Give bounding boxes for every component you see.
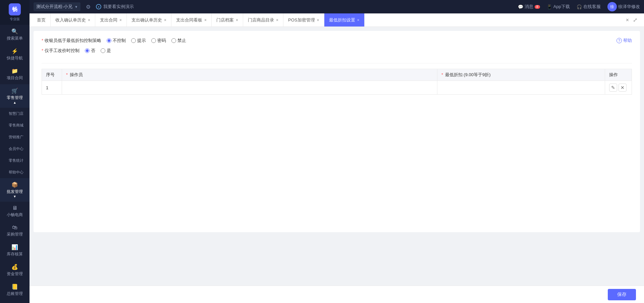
tab-close-icon[interactable]: × [164, 18, 166, 22]
tab-income-confirm[interactable]: 收入确认单历史 × [51, 13, 95, 27]
sidebar-item-smart-store[interactable]: 智慧门店 [0, 108, 30, 119]
tab-min-discount[interactable]: 最低折扣设置 × [324, 13, 365, 27]
radio-password-input[interactable] [151, 38, 156, 43]
radio-manual-yes-label: 是 [107, 48, 111, 54]
footer-bar: 保存 [30, 286, 644, 303]
tabbar: 首页 收入确认单历史 × 支出合同 × 支出确认单历史 × 支出合同看板 × 门… [30, 13, 644, 27]
sidebar: 畅 专业版 🔍 搜索菜单 ⚡ 快捷导航 📁 项目合同 🛒 零售管理 ▲ 智慧门店… [0, 0, 30, 303]
message-icon: 💬 [518, 4, 523, 9]
tab-payment-contract[interactable]: 支出合同 × [95, 13, 127, 27]
tab-close-icon[interactable]: × [317, 18, 319, 22]
app-download-label: App下载 [553, 4, 570, 10]
radio-no-control[interactable]: 不控制 [107, 38, 126, 44]
sidebar-item-help-center[interactable]: 帮助中心 [0, 166, 30, 178]
sidebar-item-project[interactable]: 📁 项目合同 [0, 64, 30, 84]
message-badge: 8 [535, 5, 540, 9]
radio-manual-no-input[interactable] [85, 48, 90, 53]
required-mark: * [66, 72, 68, 77]
radio-remind[interactable]: 提示 [131, 38, 146, 44]
radio-manual-yes-input[interactable] [101, 48, 105, 53]
app-download-button[interactable]: 📱 App下载 [547, 4, 570, 10]
sidebar-item-search[interactable]: 🔍 搜索菜单 [0, 25, 30, 45]
radio-forbid[interactable]: 禁止 [171, 38, 186, 44]
radio-manual-no[interactable]: 否 [85, 48, 95, 54]
sidebar-item-marketing[interactable]: 营销推广 [0, 131, 30, 143]
tab-payment-board[interactable]: 支出合同看板 × [171, 13, 212, 27]
sidebar-item-ecommerce[interactable]: 🖥 小畅电商 [0, 202, 30, 221]
shopping-icon: 🛍 [12, 224, 17, 231]
table-scroll-area: 序号 * 操作员 * 最低折扣 (9.00等于9折) 操作 [42, 69, 632, 95]
seq-value: 1 [46, 85, 48, 90]
chart-icon: 📊 [11, 244, 18, 250]
sidebar-item-retail[interactable]: 🛒 零售管理 ▲ [0, 84, 30, 108]
sidebar-item-member[interactable]: 会员中心 [0, 143, 30, 155]
avatar: 徐 [607, 2, 617, 11]
sidebar-sub-label: 零售商城 [9, 123, 23, 128]
sidebar-sub-label: 会员中心 [9, 146, 23, 151]
logo-icon: 畅 [9, 3, 21, 15]
col-discount-label: 最低折扣 (9.00等于9折) [445, 72, 491, 77]
edit-button[interactable]: ✎ [609, 84, 617, 92]
tab-expand-icon[interactable]: ⤢ [632, 16, 639, 24]
delete-button[interactable]: ✕ [619, 84, 627, 92]
sidebar-item-ledger[interactable]: 📒 总账管理 [0, 280, 30, 300]
tab-close-icon[interactable]: × [119, 18, 122, 22]
sidebar-item-inventory[interactable]: 📊 库存核算 [0, 241, 30, 260]
tab-home[interactable]: 首页 [32, 13, 51, 27]
user-profile[interactable]: 徐 徐泽华修改 [607, 2, 640, 11]
sidebar-item-quicknav[interactable]: ⚡ 快捷导航 [0, 45, 30, 64]
tab-store-file[interactable]: 门店档案 × [212, 13, 243, 27]
sidebar-item-label: 库存核算 [7, 251, 23, 257]
message-label: 消息 [525, 4, 533, 10]
cell-actions: ✎ ✕ [605, 81, 632, 95]
col-header-seq: 序号 [42, 69, 62, 81]
tab-close-all-icon[interactable]: × [625, 16, 630, 24]
search-icon: 🔍 [11, 28, 18, 35]
radio-manual-no-label: 否 [91, 48, 95, 54]
tab-close-icon[interactable]: × [276, 18, 278, 22]
online-service-button[interactable]: 🎧 在线客服 [577, 4, 601, 10]
sidebar-item-purchase[interactable]: 🛍 采购管理 [0, 221, 30, 241]
sidebar-item-wholesale[interactable]: 📦 批发管理 ▼ [0, 178, 30, 202]
project-selector[interactable]: 测试分开流程-小兄 ▼ [34, 2, 80, 11]
sidebar-item-retail-stat[interactable]: 零售统计 [0, 155, 30, 166]
tab-close-icon[interactable]: × [236, 18, 238, 22]
help-link[interactable]: ? 帮助 [616, 38, 632, 44]
radio-manual-yes[interactable]: 是 [101, 48, 111, 54]
tab-store-catalog[interactable]: 门店商品目录 × [243, 13, 283, 27]
tab-payment-confirm[interactable]: 支出确认单历史 × [127, 13, 171, 27]
message-button[interactable]: 💬 消息 8 [518, 4, 540, 10]
tab-label: 门店商品目录 [248, 17, 274, 23]
save-button[interactable]: 保存 [608, 289, 636, 300]
radio-remind-input[interactable] [131, 38, 136, 43]
radio-forbid-input[interactable] [171, 38, 176, 43]
radio-password[interactable]: 密码 [151, 38, 166, 44]
table-header-row: 序号 * 操作员 * 最低折扣 (9.00等于9折) 操作 [42, 69, 632, 81]
chevron-up-icon: ▲ [13, 101, 16, 104]
help-text: 帮助 [623, 38, 632, 44]
sidebar-sub-label: 营销推广 [9, 135, 23, 140]
sidebar-item-finance[interactable]: 💰 资金管理 [0, 260, 30, 280]
form-section: 收银员低于最低折扣控制策略 不控制 提示 密码 [42, 38, 632, 63]
main-area: 测试分开流程-小兄 ▼ ⚙ ● 我要看实例演示 💬 消息 8 📱 App下载 🎧… [30, 0, 644, 303]
headset-icon: 🎧 [577, 4, 582, 9]
chevron-down-icon: ▼ [74, 5, 78, 9]
tab-label: 支出确认单历史 [131, 17, 162, 23]
radio-no-control-input[interactable] [107, 38, 111, 43]
tab-close-icon[interactable]: × [204, 18, 207, 22]
col-header-discount: * 最低折扣 (9.00等于9折) [437, 69, 605, 81]
tab-close-active-icon[interactable]: × [357, 18, 360, 22]
sidebar-item-invoice[interactable]: 🧾 发票管理 [0, 300, 30, 303]
radio-remind-label: 提示 [137, 38, 146, 44]
demo-button[interactable]: ● 我要看实例演示 [96, 4, 134, 10]
sidebar-item-label: 零售管理 [7, 95, 23, 101]
cart-icon: 🛒 [11, 88, 18, 94]
topbar-right: 💬 消息 8 📱 App下载 🎧 在线客服 徐 徐泽华修改 [518, 2, 640, 11]
tab-close-icon[interactable]: × [88, 18, 90, 22]
col-seq-label: 序号 [46, 72, 55, 77]
tab-label: 门店档案 [216, 17, 234, 23]
chevron-down-icon: ▼ [13, 195, 16, 198]
settings-icon[interactable]: ⚙ [86, 4, 91, 10]
tab-pos-security[interactable]: POS加密管理 × [283, 13, 324, 27]
sidebar-item-online-mall[interactable]: 零售商城 [0, 119, 30, 131]
